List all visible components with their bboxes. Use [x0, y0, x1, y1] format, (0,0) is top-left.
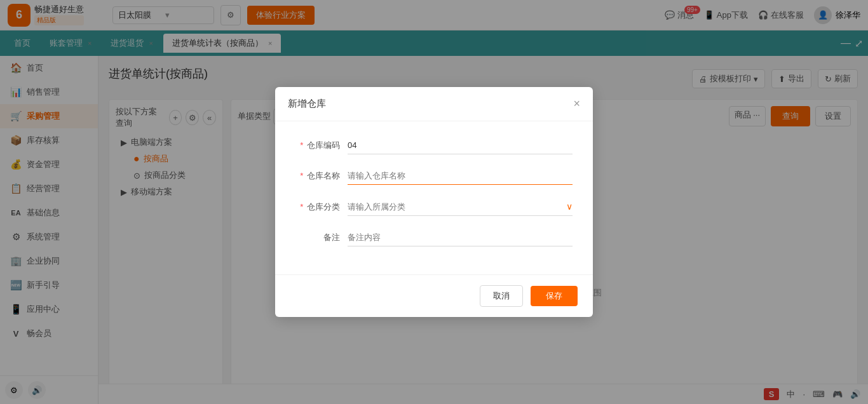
name-label: * 仓库名称 — [295, 170, 340, 182]
code-label: * 仓库编码 — [295, 140, 340, 151]
form-row-remark: 备注 — [295, 229, 573, 246]
warehouse-code-input[interactable] — [348, 137, 573, 154]
category-select-wrapper[interactable]: ∨ — [348, 198, 573, 216]
form-row-code: * 仓库编码 — [295, 137, 573, 154]
category-select-input[interactable] — [348, 202, 566, 212]
modal-title: 新增仓库 — [288, 98, 326, 110]
modal-header: 新增仓库 × — [275, 87, 593, 121]
modal-close-button[interactable]: × — [573, 97, 580, 111]
remark-label: 备注 — [295, 232, 340, 243]
warehouse-name-input[interactable] — [348, 167, 573, 185]
code-required-star: * — [300, 140, 303, 150]
name-required-star: * — [300, 171, 303, 180]
cancel-button[interactable]: 取消 — [480, 285, 523, 307]
modal-overlay: 新增仓库 × * 仓库编码 * 仓库名称 — [0, 0, 868, 404]
remark-input[interactable] — [348, 229, 573, 246]
add-warehouse-modal: 新增仓库 × * 仓库编码 * 仓库名称 — [275, 87, 593, 317]
category-label: * 仓库分类 — [295, 201, 340, 213]
modal-body: * 仓库编码 * 仓库名称 * 仓库分类 — [275, 121, 593, 274]
form-row-name: * 仓库名称 — [295, 167, 573, 185]
category-arrow-icon: ∨ — [566, 201, 573, 212]
save-button[interactable]: 保存 — [531, 286, 578, 306]
modal-footer: 取消 保存 — [275, 274, 593, 317]
category-required-star: * — [300, 202, 303, 212]
form-row-category: * 仓库分类 ∨ — [295, 198, 573, 216]
